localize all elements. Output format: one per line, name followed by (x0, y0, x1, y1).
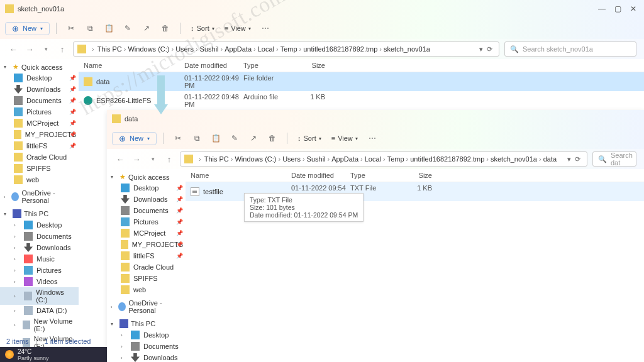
delete-icon[interactable]: 🗑 (264, 130, 280, 146)
recent-button[interactable]: ▾ (147, 156, 158, 162)
nav-this-pc[interactable]: ▾This PC (107, 318, 186, 329)
copy-icon[interactable]: ⧉ (189, 130, 205, 146)
breadcrumb-seg[interactable]: Sushil (200, 45, 219, 53)
breadcrumb-seg[interactable]: This PC (204, 155, 229, 163)
nav-item[interactable]: ›Desktop (107, 329, 186, 341)
minimize-button[interactable]: — (598, 4, 606, 13)
nav-item[interactable]: MCProject📌 (0, 118, 79, 129)
share-icon[interactable]: ↗ (138, 20, 155, 36)
breadcrumb-seg[interactable]: AppData (331, 155, 358, 163)
cut-icon[interactable]: ✂ (63, 20, 79, 36)
nav-item[interactable]: ›Desktop (0, 219, 79, 231)
breadcrumb-seg[interactable]: Users (282, 155, 301, 163)
nav-item[interactable]: SPIFFS (0, 163, 79, 174)
nav-item[interactable]: Downloads📌 (0, 84, 79, 95)
forward-button[interactable]: → (131, 155, 142, 164)
nav-item[interactable]: ›Downloads (107, 352, 186, 362)
titlebar[interactable]: data (107, 110, 644, 128)
view-button[interactable]: ≡ View ▾ (221, 25, 255, 32)
recent-button[interactable]: ▾ (40, 46, 52, 52)
nav-onedrive[interactable]: ›OneDrive - Personal (107, 298, 186, 315)
sort-button[interactable]: ↕ Sort ▾ (294, 134, 325, 142)
breadcrumb-seg[interactable]: data (543, 155, 557, 163)
breadcrumb-seg[interactable]: Local (365, 155, 381, 163)
nav-item[interactable]: MCProject📌 (107, 228, 186, 239)
rename-icon[interactable]: ✎ (226, 130, 243, 146)
address-bar[interactable]: › This PC›Windows (C:)›Users›Sushil›AppD… (73, 41, 499, 57)
share-icon[interactable]: ↗ (245, 130, 262, 146)
forward-button[interactable]: → (24, 45, 35, 54)
delete-icon[interactable]: 🗑 (157, 20, 174, 36)
paste-icon[interactable]: 📋 (101, 20, 117, 36)
back-button[interactable]: ← (114, 155, 126, 164)
nav-item[interactable]: web (0, 174, 79, 185)
nav-onedrive[interactable]: ›OneDrive - Personal (0, 188, 79, 206)
cut-icon[interactable]: ✂ (170, 130, 186, 146)
column-headers[interactable]: Name Date modified Type Size (186, 169, 644, 182)
maximize-button[interactable]: ▢ (614, 4, 621, 13)
nav-item[interactable]: Oracle Cloud (107, 261, 186, 273)
breadcrumb-seg[interactable]: This PC (97, 45, 122, 53)
nav-item[interactable]: ›New Volume (E:) (0, 316, 79, 334)
nav-item[interactable]: ›Documents (0, 231, 79, 242)
address-bar[interactable]: › This PC›Windows (C:)›Users›Sushil›AppD… (180, 151, 587, 167)
breadcrumb-seg[interactable]: sketch_nov01a (491, 155, 537, 163)
nav-item[interactable]: SPIFFS (107, 273, 186, 284)
nav-quick-access[interactable]: ▾★Quick access (0, 62, 79, 72)
up-button[interactable]: ↑ (57, 45, 68, 54)
nav-item[interactable]: Oracle Cloud (0, 151, 79, 163)
taskbar-weather[interactable]: 24°C Partly sunny (0, 347, 117, 362)
breadcrumb-seg[interactable]: Users (175, 45, 194, 53)
breadcrumb-seg[interactable]: Temp (387, 155, 404, 163)
breadcrumb-seg[interactable]: sketch_nov01a (384, 45, 430, 53)
nav-item[interactable]: ›Windows (C:) (0, 287, 79, 305)
new-button[interactable]: New ▾ (5, 22, 50, 35)
nav-item[interactable]: Downloads📌 (107, 194, 186, 205)
nav-item[interactable]: ›Documents (107, 341, 186, 352)
titlebar[interactable]: sketch_nov01a — ▢ ✕ (0, 0, 644, 18)
nav-item[interactable]: web (107, 284, 186, 295)
breadcrumb-seg[interactable]: untitled1682187892.tmp (303, 45, 377, 53)
nav-item[interactable]: Pictures📌 (107, 216, 186, 228)
nav-item[interactable]: ›Videos (0, 276, 79, 287)
breadcrumb-seg[interactable]: Windows (C:) (128, 45, 169, 53)
breadcrumb-seg[interactable]: Local (258, 45, 274, 53)
sort-button[interactable]: ↕ Sort ▾ (187, 25, 218, 32)
breadcrumb-seg[interactable]: Sushil (307, 155, 326, 163)
nav-item[interactable]: ›DATA (D:) (0, 305, 79, 316)
nav-item[interactable]: Pictures📌 (0, 106, 79, 118)
nav-item[interactable]: ›Pictures (0, 265, 79, 276)
nav-quick-access[interactable]: ▾★Quick access (107, 172, 186, 182)
search-input[interactable]: 🔍 Search sketch_nov01a (504, 41, 636, 57)
copy-icon[interactable]: ⧉ (82, 20, 98, 36)
more-icon[interactable]: ⋯ (257, 20, 274, 36)
breadcrumb-seg[interactable]: Windows (C:) (235, 155, 276, 163)
nav-icon (121, 240, 128, 249)
nav-this-pc[interactable]: ▾This PC (0, 208, 79, 219)
up-button[interactable]: ↑ (164, 155, 175, 164)
nav-item[interactable]: littleFS📌 (0, 140, 79, 151)
nav-item[interactable]: MY_PROJECTS📌 (0, 129, 79, 140)
more-icon[interactable]: ⋯ (364, 130, 380, 146)
nav-item[interactable]: Desktop📌 (0, 72, 79, 84)
nav-item[interactable]: ›Downloads (0, 242, 79, 253)
nav-item[interactable]: ›Music (0, 253, 79, 265)
close-button[interactable]: ✕ (630, 4, 636, 13)
rename-icon[interactable]: ✎ (119, 20, 136, 36)
new-button[interactable]: New ▾ (112, 132, 157, 145)
breadcrumb-seg[interactable]: untitled1682187892.tmp (410, 155, 484, 163)
paste-icon[interactable]: 📋 (208, 130, 224, 146)
nav-item[interactable]: Documents📌 (0, 95, 79, 106)
search-input[interactable]: 🔍 Search dat (592, 151, 636, 167)
nav-item[interactable]: Documents📌 (107, 205, 186, 216)
nav-item[interactable]: MY_PROJECTS📌 (107, 239, 186, 250)
back-button[interactable]: ← (8, 45, 19, 54)
breadcrumb-seg[interactable]: AppData (225, 45, 252, 53)
window-controls: — ▢ ✕ (598, 4, 639, 13)
view-button[interactable]: ≡ View ▾ (328, 134, 362, 142)
nav-icon (14, 107, 23, 116)
column-headers[interactable]: Name Date modified Type Size (79, 59, 644, 72)
breadcrumb-seg[interactable]: Temp (280, 45, 297, 53)
nav-item[interactable]: Desktop📌 (107, 182, 186, 194)
nav-item[interactable]: littleFS📌 (107, 250, 186, 261)
